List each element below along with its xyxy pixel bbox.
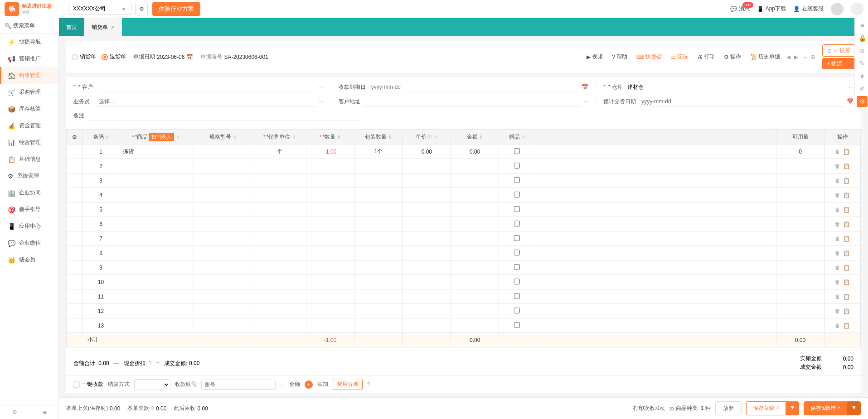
- save-draft-dropdown-button[interactable]: ▼: [786, 401, 800, 415]
- nav-prev-icon[interactable]: ◀: [786, 54, 790, 60]
- row-product-cell[interactable]: [119, 202, 193, 217]
- row-price-cell[interactable]: [402, 173, 451, 188]
- delete-icon[interactable]: 🗑: [835, 265, 840, 271]
- row-unit-cell[interactable]: [253, 202, 306, 217]
- row-spec-cell[interactable]: [193, 173, 253, 188]
- form-settings-button[interactable]: ⊙ ⊙ 设置: [822, 44, 855, 57]
- history-action-btn[interactable]: 📜 历史单据: [747, 52, 783, 62]
- scan-button[interactable]: 扫码录入: [149, 133, 174, 141]
- row-qty-cell[interactable]: -1.00: [306, 144, 354, 159]
- account-input[interactable]: [201, 380, 276, 390]
- sidebar-item-inventory[interactable]: 📦 库存核算: [0, 101, 58, 117]
- price-info-icon[interactable]: ⓘ: [427, 134, 432, 140]
- right-panel-icon-1[interactable]: ≡: [857, 20, 868, 31]
- delete-icon[interactable]: 🗑: [835, 294, 840, 300]
- row-unit-cell[interactable]: [253, 159, 306, 173]
- row-pkg-qty-cell[interactable]: [354, 202, 402, 217]
- sort-icon-unit[interactable]: ⇅: [292, 135, 296, 140]
- row-amount-cell[interactable]: [451, 173, 499, 188]
- settings-icon[interactable]: ⚙: [135, 3, 148, 15]
- row-qty-cell[interactable]: [306, 202, 354, 217]
- row-unit-cell[interactable]: [253, 289, 306, 304]
- sort-icon-barcode[interactable]: ⇅: [106, 135, 109, 140]
- customer-dots-icon[interactable]: ···: [319, 84, 324, 90]
- calendar-icon[interactable]: 📅: [186, 54, 193, 60]
- row-qty-cell[interactable]: [306, 246, 354, 260]
- delete-icon[interactable]: 🗑: [835, 236, 840, 242]
- operations-action-btn[interactable]: ⚙ 操作: [721, 52, 744, 62]
- th-settings[interactable]: ⚙: [67, 130, 83, 144]
- message-button[interactable]: 💬 消息 99+: [730, 5, 750, 13]
- row-spec-cell[interactable]: [193, 144, 253, 159]
- row-price-cell[interactable]: [402, 202, 451, 217]
- sidebar-item-marketing[interactable]: 📢 营销推广: [0, 50, 58, 67]
- delivery-calendar-icon[interactable]: 📅: [847, 98, 853, 105]
- account-dots-icon[interactable]: ···: [280, 381, 285, 388]
- copy-icon[interactable]: 📋: [843, 308, 850, 314]
- delete-icon[interactable]: 🗑: [835, 323, 840, 329]
- row-product-cell[interactable]: [119, 318, 193, 333]
- copy-icon[interactable]: 📋: [843, 192, 850, 198]
- shortcut-action-btn[interactable]: ⌨ 快捷键: [634, 52, 664, 62]
- row-unit-cell[interactable]: [253, 188, 306, 202]
- row-gift-cell[interactable]: [499, 173, 535, 188]
- row-spec-cell[interactable]: [193, 318, 253, 333]
- row-pkg-qty-cell[interactable]: [354, 275, 402, 289]
- row-price-cell[interactable]: [402, 275, 451, 289]
- sort-icon-spec[interactable]: ⇅: [233, 135, 237, 140]
- sidebar-item-finance[interactable]: 💰 资金管理: [0, 117, 58, 134]
- sidebar-item-shortcut[interactable]: ⚡ 快捷导航: [0, 34, 58, 50]
- copy-icon[interactable]: 📋: [843, 265, 850, 271]
- row-unit-cell[interactable]: [253, 246, 306, 260]
- one-click-checkbox[interactable]: 一键收款: [73, 380, 103, 388]
- sort-icon-gift[interactable]: ⇅: [522, 135, 525, 140]
- sort-icon-pkg[interactable]: ⇅: [388, 135, 392, 140]
- row-qty-cell[interactable]: [306, 304, 354, 318]
- row-spec-cell[interactable]: [193, 159, 253, 173]
- row-price-cell[interactable]: [402, 246, 451, 260]
- row-qty-cell[interactable]: [306, 231, 354, 246]
- row-product-cell[interactable]: [119, 231, 193, 246]
- copy-icon[interactable]: 📋: [843, 178, 850, 184]
- row-gift-cell[interactable]: [499, 217, 535, 231]
- settlement-select[interactable]: [134, 379, 170, 390]
- trial-button[interactable]: 体验行业方案: [152, 2, 200, 16]
- add-payment-button[interactable]: +: [305, 380, 313, 389]
- row-pkg-qty-cell[interactable]: [354, 304, 402, 318]
- copy-icon[interactable]: 📋: [843, 279, 850, 285]
- payment-date-input[interactable]: [369, 82, 579, 92]
- video-action-btn[interactable]: ▶ 视频: [584, 52, 606, 62]
- company-selector[interactable]: XXXXXX公司 ▼: [68, 3, 131, 15]
- delivery-date-input[interactable]: [639, 96, 844, 107]
- row-qty-cell[interactable]: [306, 289, 354, 304]
- row-amount-cell[interactable]: [451, 289, 499, 304]
- row-price-cell[interactable]: [402, 217, 451, 231]
- row-unit-cell[interactable]: 个: [253, 144, 306, 159]
- row-amount-cell[interactable]: 0.00: [451, 144, 499, 159]
- salesperson-input[interactable]: [96, 96, 316, 107]
- row-gift-cell[interactable]: [499, 260, 535, 275]
- notes-input[interactable]: [89, 111, 361, 121]
- row-qty-cell[interactable]: [306, 173, 354, 188]
- print-action-btn[interactable]: 🖨 打印: [694, 52, 718, 62]
- sidebar-item-purchase[interactable]: 🛒 采购管理: [0, 84, 58, 101]
- row-pkg-qty-cell[interactable]: 1个: [354, 144, 402, 159]
- row-unit-cell[interactable]: [253, 231, 306, 246]
- row-price-cell[interactable]: [402, 159, 451, 173]
- copy-icon[interactable]: 📋: [843, 236, 850, 242]
- row-product-cell[interactable]: [119, 246, 193, 260]
- row-gift-cell[interactable]: [499, 202, 535, 217]
- row-pkg-qty-cell[interactable]: [354, 231, 402, 246]
- filter-action-btn[interactable]: ☰ 筛选: [668, 52, 691, 62]
- sidebar-search[interactable]: 🔍 搜索菜单: [0, 18, 58, 34]
- delete-icon[interactable]: 🗑: [835, 192, 840, 198]
- copy-icon[interactable]: 📋: [843, 250, 850, 256]
- customer-input[interactable]: [97, 82, 316, 92]
- sort-icon-price[interactable]: ⇅: [434, 135, 437, 140]
- row-product-cell[interactable]: [119, 260, 193, 275]
- row-amount-cell[interactable]: [451, 159, 499, 173]
- online-service-button[interactable]: 👤 在线客服: [793, 5, 824, 13]
- tab-sales-order[interactable]: 销货单 ✕: [84, 18, 122, 36]
- row-pkg-qty-cell[interactable]: [354, 188, 402, 202]
- row-gift-cell[interactable]: [499, 289, 535, 304]
